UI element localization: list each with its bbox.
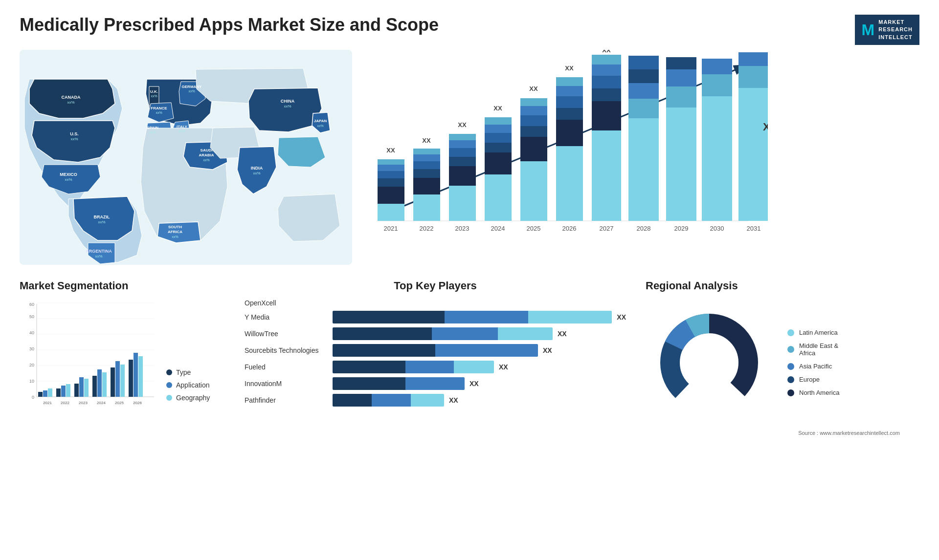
bar-2028: 2028 xyxy=(628,56,659,232)
svg-text:AFRICA: AFRICA xyxy=(168,230,182,234)
svg-text:xx%: xx% xyxy=(151,94,157,98)
svg-rect-54 xyxy=(449,148,476,157)
svg-rect-72 xyxy=(520,98,547,106)
svg-text:SPAIN: SPAIN xyxy=(147,126,158,130)
svg-rect-140 xyxy=(79,377,84,397)
svg-rect-96 xyxy=(628,99,659,118)
svg-rect-97 xyxy=(628,83,659,99)
legend-asia-pacific: Asia Pacific xyxy=(787,363,839,370)
svg-text:2024: 2024 xyxy=(491,225,505,232)
bar-2026: XX 2026 xyxy=(556,65,583,232)
svg-rect-88 xyxy=(592,55,621,65)
legend-application: Application xyxy=(166,381,210,389)
donut-area: Latin America Middle East &Africa Asia P… xyxy=(646,299,919,426)
svg-rect-112 xyxy=(738,66,768,88)
logo-letter: M xyxy=(862,19,875,41)
svg-text:20: 20 xyxy=(29,363,34,367)
svg-text:2028: 2028 xyxy=(637,225,651,232)
map-section: CANADA xx% U.S. xx% MEXICO xx% BRAZIL xx… xyxy=(20,50,323,265)
geography-dot xyxy=(166,395,172,401)
mea-dot xyxy=(787,346,794,353)
player-name-willowtree: WillowTree xyxy=(245,330,328,338)
svg-rect-63 xyxy=(485,125,512,133)
seg-chart-area: 0 10 20 30 40 50 60 xyxy=(20,299,225,416)
svg-text:2027: 2027 xyxy=(600,225,614,232)
svg-text:xx%: xx% xyxy=(149,130,156,134)
player-val-sourcebits: XX xyxy=(543,346,552,354)
player-innovationm: InnovationM XX xyxy=(245,377,626,390)
svg-text:XX: XX xyxy=(386,147,395,154)
svg-rect-38 xyxy=(378,171,404,178)
svg-rect-56 xyxy=(449,134,476,140)
player-ymedia: Y Media XX xyxy=(245,311,626,323)
svg-rect-133 xyxy=(48,388,52,397)
europe-dot xyxy=(787,376,794,383)
svg-text:2021: 2021 xyxy=(43,401,52,405)
svg-text:xx%: xx% xyxy=(317,124,323,128)
player-val-fueled: XX xyxy=(499,363,508,371)
player-willowtree: WillowTree XX xyxy=(245,327,626,340)
segmentation-title: Market Segmentation xyxy=(20,280,225,292)
svg-text:2022: 2022 xyxy=(61,401,69,405)
svg-text:MEXICO: MEXICO xyxy=(60,172,77,177)
svg-text:ARGENTINA: ARGENTINA xyxy=(86,249,112,254)
svg-text:xx%: xx% xyxy=(179,129,185,133)
player-name-pathfinder: Pathfinder xyxy=(245,396,328,404)
svg-rect-94 xyxy=(628,56,659,69)
svg-text:30: 30 xyxy=(29,346,34,351)
svg-rect-141 xyxy=(84,379,89,397)
svg-rect-41 xyxy=(378,204,404,221)
svg-text:SAUDI: SAUDI xyxy=(201,148,213,152)
svg-text:2024: 2024 xyxy=(97,401,106,405)
svg-rect-93 xyxy=(628,69,659,83)
svg-text:xx%: xx% xyxy=(65,177,72,182)
svg-point-160 xyxy=(682,336,736,389)
svg-rect-47 xyxy=(413,154,440,161)
bar-2027: 2027 xyxy=(592,55,621,232)
regional-title: Regional Analysis xyxy=(646,280,919,292)
svg-rect-37 xyxy=(378,178,404,187)
mea-label: Middle East &Africa xyxy=(799,342,838,357)
legend-application-label: Application xyxy=(176,381,210,389)
player-name-fueled: Fueled xyxy=(245,363,328,371)
player-val-willowtree: XX xyxy=(558,330,567,338)
svg-rect-65 xyxy=(485,174,512,221)
svg-text:xx%: xx% xyxy=(203,158,209,162)
bar-2029: 2029 xyxy=(666,57,696,232)
svg-text:U.K.: U.K. xyxy=(150,89,158,94)
svg-rect-102 xyxy=(666,86,696,108)
svg-rect-80 xyxy=(556,77,583,86)
svg-rect-131 xyxy=(38,392,43,397)
svg-rect-45 xyxy=(413,169,440,178)
svg-text:2025: 2025 xyxy=(527,225,541,232)
svg-rect-49 xyxy=(413,194,440,221)
svg-text:xx%: xx% xyxy=(253,171,260,175)
svg-rect-85 xyxy=(592,88,621,101)
north-america-label: North America xyxy=(799,389,839,396)
svg-rect-136 xyxy=(61,386,66,397)
svg-text:xx%: xx% xyxy=(70,137,78,141)
legend-type-label: Type xyxy=(176,368,191,376)
svg-text:xx%: xx% xyxy=(188,89,195,93)
svg-rect-40 xyxy=(378,159,404,165)
player-name-innovationm: InnovationM xyxy=(245,380,328,388)
svg-rect-53 xyxy=(449,157,476,166)
svg-text:BRAZIL: BRAZIL xyxy=(94,215,110,219)
svg-rect-64 xyxy=(485,117,512,125)
latin-america-dot xyxy=(787,329,794,336)
svg-rect-145 xyxy=(102,372,107,397)
svg-text:2025: 2025 xyxy=(115,401,124,405)
europe-label: Europe xyxy=(799,376,820,383)
bar-2022: XX 2022 xyxy=(413,137,440,232)
svg-rect-151 xyxy=(129,360,133,397)
svg-text:xx%: xx% xyxy=(172,235,178,238)
svg-rect-69 xyxy=(520,126,547,137)
svg-text:INDIA: INDIA xyxy=(251,166,263,171)
svg-text:ITALY: ITALY xyxy=(177,125,187,129)
svg-text:2029: 2029 xyxy=(674,225,689,232)
legend-europe: Europe xyxy=(787,376,839,383)
players-title: Top Key Players xyxy=(245,280,626,292)
svg-rect-108 xyxy=(702,59,732,74)
svg-rect-143 xyxy=(92,376,97,397)
player-val-innovationm: XX xyxy=(470,380,479,388)
